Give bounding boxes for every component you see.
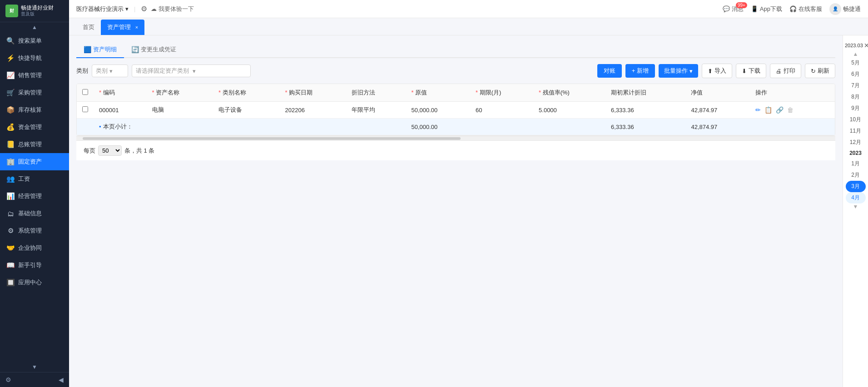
- cell-category: 电子设备: [213, 102, 279, 119]
- sidebar-item-fund[interactable]: 💰 资金管理: [0, 119, 69, 136]
- col-depreciation-method: 折旧方法: [346, 84, 406, 102]
- select-all-checkbox[interactable]: [82, 89, 88, 95]
- month-6[interactable]: 6月: [846, 69, 866, 80]
- cell-depreciation-method: 年限平均: [346, 102, 406, 119]
- delete-icon[interactable]: 🗑: [787, 106, 794, 114]
- experience-label: 我要体验一下: [159, 5, 194, 13]
- sidebar-item-system-label: 系统管理: [18, 227, 42, 235]
- sidebar-item-operations[interactable]: 📊 经营管理: [0, 188, 69, 205]
- payroll-icon: 👥: [6, 175, 15, 183]
- tab-close-icon[interactable]: ×: [135, 25, 138, 30]
- import-btn[interactable]: ⬆ 导入: [702, 64, 732, 78]
- topbar-settings-icon[interactable]: ⚙: [141, 5, 147, 13]
- month-5[interactable]: 5月: [846, 57, 866, 69]
- app-download-label: App下载: [760, 5, 782, 13]
- horizontal-scrollbar[interactable]: [76, 136, 835, 140]
- edit-icon[interactable]: ✏: [755, 106, 761, 114]
- collapse-icon[interactable]: ◀: [59, 376, 64, 383]
- month-8[interactable]: 8月: [846, 91, 866, 103]
- sub-tab-asset-detail[interactable]: 🟦 资产明细: [76, 42, 124, 58]
- col-residual-rate: * 残值率(%): [533, 84, 605, 102]
- download-btn[interactable]: ⬇ 下载: [736, 64, 766, 78]
- sidebar-item-sales[interactable]: 📈 销售管理: [0, 67, 69, 84]
- month-12[interactable]: 12月: [846, 137, 866, 148]
- sidebar-item-purchase[interactable]: 🛒 采购管理: [0, 84, 69, 101]
- sidebar-item-app-center[interactable]: 🔲 应用中心: [0, 274, 69, 291]
- sub-tab-change-voucher[interactable]: 🔄 变更生成凭证: [124, 42, 184, 58]
- new-btn[interactable]: + 新增: [625, 64, 655, 78]
- link-icon[interactable]: 🔗: [776, 106, 784, 114]
- month-7[interactable]: 7月: [846, 80, 866, 91]
- page-size-select[interactable]: 50 100: [98, 145, 122, 156]
- month-3[interactable]: 3月: [846, 181, 866, 192]
- sidebar-scroll-up[interactable]: ▲: [0, 22, 69, 32]
- month-11[interactable]: 11月: [846, 125, 866, 137]
- col-purchase-date: * 购买日期: [280, 84, 346, 102]
- download-icon: ⬇: [742, 68, 747, 74]
- sidebar-item-system[interactable]: ⚙ 系统管理: [0, 222, 69, 239]
- print-btn[interactable]: 🖨 打印: [770, 64, 801, 78]
- copy-icon[interactable]: 📋: [764, 106, 772, 114]
- sidebar-item-inventory[interactable]: 📦 库存核算: [0, 101, 69, 119]
- account-btn[interactable]: 对账: [597, 64, 622, 78]
- col-period: * 期限(月): [470, 84, 533, 102]
- sidebar-item-search[interactable]: 🔍 搜索菜单: [0, 32, 69, 50]
- sidebar-item-payroll[interactable]: 👥 工资: [0, 170, 69, 188]
- app-download-btn[interactable]: 📱 App下载: [751, 5, 782, 13]
- total-label: 条，共 1 条: [124, 147, 154, 155]
- sidebar-item-ledger-label: 总账管理: [18, 140, 42, 149]
- batch-btn[interactable]: 批量操作 ▾: [659, 64, 698, 78]
- topbar-experience[interactable]: ☁ 我要体验一下: [151, 5, 194, 13]
- month-2[interactable]: 2月: [846, 169, 866, 181]
- scrollbar-thumb[interactable]: [83, 137, 461, 140]
- sidebar-item-fixed-assets-label: 固定资产: [18, 158, 42, 166]
- col-initial-accumulated: 期初累计折旧: [605, 84, 685, 102]
- panel-scroll-up[interactable]: ▲: [853, 51, 858, 57]
- sidebar-item-enterprise-label: 企业协同: [18, 244, 42, 252]
- user-name: 畅捷通: [843, 5, 861, 13]
- month-10[interactable]: 10月: [846, 114, 866, 125]
- right-panel-year: 2023.03: [845, 43, 863, 48]
- tab-asset-management[interactable]: 资产管理 ×: [101, 20, 144, 35]
- topbar-company[interactable]: 医疗器械行业演示 ▾: [76, 5, 129, 13]
- settings-bottom-icon[interactable]: ⚙: [5, 376, 11, 383]
- topbar-right: 💬 消息 99+ 📱 App下载 🎧 在线客服 👤 畅捷通: [723, 3, 861, 15]
- refresh-btn[interactable]: ↻ 刷新: [805, 64, 835, 78]
- sidebar-item-enterprise[interactable]: 🤝 企业协同: [0, 239, 69, 257]
- sidebar-item-ledger[interactable]: 📒 总账管理: [0, 136, 69, 153]
- asset-category-dropdown[interactable]: 请选择固定资产类别 ▾: [132, 64, 251, 77]
- sidebar-scroll-down[interactable]: ▼: [0, 362, 69, 372]
- per-page-label: 每页: [84, 147, 95, 155]
- ledger-icon: 📒: [6, 140, 15, 149]
- asset-detail-icon: 🟦: [84, 46, 91, 53]
- month-4[interactable]: 4月: [846, 192, 866, 203]
- sidebar-item-basic-info[interactable]: 🗂 基础信息: [0, 205, 69, 222]
- messages-btn[interactable]: 💬 消息 99+: [723, 5, 744, 13]
- panel-close-icon[interactable]: ✕: [863, 41, 868, 50]
- logo-text: 畅捷通好业财: [21, 5, 54, 11]
- sidebar-item-quicknav[interactable]: ⚡ 快捷导航: [0, 50, 69, 67]
- month-9[interactable]: 9月: [846, 103, 866, 114]
- sidebar-item-fixed-assets[interactable]: 🏢 固定资产: [0, 153, 69, 170]
- system-icon: ⚙: [6, 227, 15, 235]
- panel-scroll-down[interactable]: ▼: [853, 203, 858, 210]
- sales-icon: 📈: [6, 71, 15, 79]
- tab-home-label: 首页: [83, 24, 94, 30]
- row-checkbox[interactable]: [82, 106, 88, 112]
- sidebar-item-guide-label: 新手引导: [18, 261, 42, 269]
- user-btn[interactable]: 👤 畅捷通: [829, 3, 861, 15]
- sidebar-item-sales-label: 销售管理: [18, 71, 42, 79]
- col-original-value: * 原值: [406, 84, 471, 102]
- sidebar-item-guide[interactable]: 📖 新手引导: [0, 257, 69, 274]
- sidebar-item-quicknav-label: 快捷导航: [18, 54, 42, 62]
- download-label: 下载: [749, 67, 760, 75]
- row-actions: ✏ 📋 🔗 🗑: [755, 106, 829, 114]
- category-type-select[interactable]: 类别 ▾: [92, 64, 128, 77]
- month-1[interactable]: 1月: [846, 158, 866, 169]
- content-area: 🟦 资产明细 🔄 变更生成凭证 类别 类别 ▾ 请选择固定资产: [69, 35, 868, 387]
- refresh-icon: ↻: [811, 68, 816, 74]
- tab-home[interactable]: 首页: [76, 20, 101, 35]
- fixed-assets-icon: 🏢: [6, 158, 15, 166]
- sidebar-item-fund-label: 资金管理: [18, 123, 42, 131]
- online-service-btn[interactable]: 🎧 在线客服: [789, 5, 822, 13]
